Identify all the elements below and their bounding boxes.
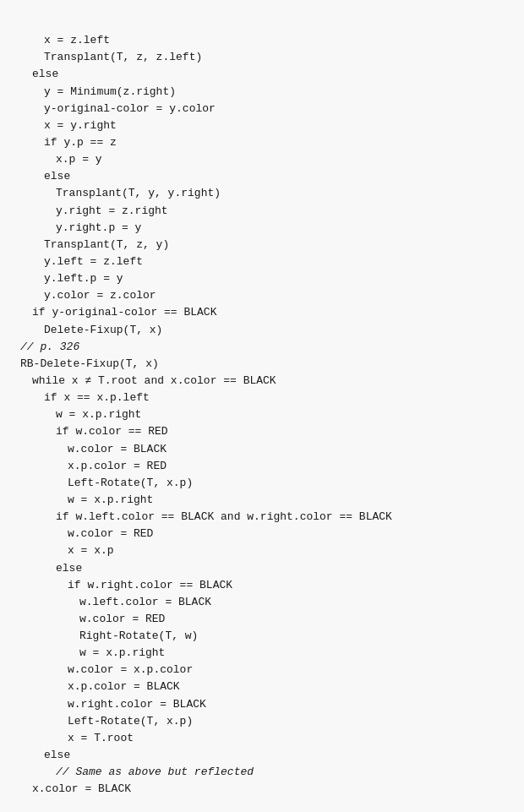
code-line: else: [20, 168, 504, 185]
code-line: w = x.p.right: [20, 406, 504, 423]
code-line: y.left.p = y: [20, 270, 504, 287]
code-line: y-original-color = y.color: [20, 101, 504, 117]
code-line: if x == x.p.left: [20, 390, 504, 406]
code-line: w.right.color = BLACK: [20, 696, 504, 713]
code-line: Left-Rotate(T, x.p): [20, 713, 504, 730]
code-line: x.color = BLACK: [20, 781, 504, 798]
code-line: else: [20, 747, 504, 764]
code-line: y = Minimum(z.right): [20, 84, 504, 101]
code-line: x = x.p: [20, 542, 504, 559]
code-line: else: [20, 66, 504, 83]
code-line: if w.right.color == BLACK: [20, 577, 504, 594]
code-line: if y-original-color == BLACK: [20, 304, 504, 321]
code-line: y.color = z.color: [20, 287, 504, 304]
code-line: x = y.right: [20, 117, 504, 134]
code-line: w = x.p.right: [20, 492, 504, 509]
code-line: w.color = RED: [20, 611, 504, 628]
code-line: if y.p == z: [20, 134, 504, 151]
code-line: w.color = BLACK: [20, 441, 504, 458]
code-line: y.left = z.left: [20, 253, 504, 270]
code-line: x = z.left: [20, 32, 504, 49]
code-line: RB-Delete-Fixup(T, x): [20, 356, 504, 373]
code-line: // p. 326: [20, 339, 504, 356]
code-line: Delete-Fixup(T, x): [20, 322, 504, 339]
code-line: if w.left.color == BLACK and w.right.col…: [20, 509, 504, 526]
code-line: // Same as above but reflected: [20, 764, 504, 781]
code-line: Left-Rotate(T, x.p): [20, 475, 504, 492]
code-line: x.p = y: [20, 151, 504, 168]
code-line: else: [20, 560, 504, 577]
code-block: x = z.leftTransplant(T, z, z.left)elsey …: [0, 0, 524, 812]
code-line: w.color = x.p.color: [20, 662, 504, 678]
code-line: y.right.p = y: [20, 220, 504, 237]
code-line: w = x.p.right: [20, 645, 504, 662]
code-line: Transplant(T, y, y.right): [20, 185, 504, 202]
code-line: y.right = z.right: [20, 203, 504, 220]
code-line: if w.color == RED: [20, 423, 504, 440]
code-line: w.color = RED: [20, 526, 504, 542]
code-line: x.p.color = RED: [20, 458, 504, 475]
code-line: Transplant(T, z, z.left): [20, 49, 504, 66]
code-line: while x ≠ T.root and x.color == BLACK: [20, 373, 504, 390]
code-line: x = T.root: [20, 730, 504, 747]
code-line: w.left.color = BLACK: [20, 594, 504, 611]
code-line: x.p.color = BLACK: [20, 678, 504, 695]
code-line: Transplant(T, z, y): [20, 237, 504, 253]
code-line: Right-Rotate(T, w): [20, 628, 504, 645]
